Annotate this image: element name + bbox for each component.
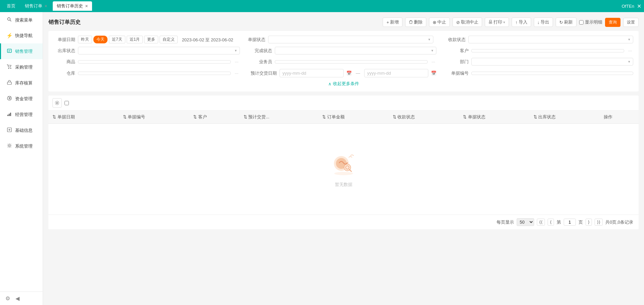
settings-button[interactable]: 设置 — [623, 18, 639, 27]
sidebar-bottom: ⚙ ◀ — [0, 292, 43, 305]
col-customer-sort: ⇅ — [193, 114, 198, 119]
department-select[interactable]: ▾ — [471, 58, 633, 66]
delivery-date-label: 预计交货日期 — [251, 70, 277, 76]
svg-point-23 — [334, 172, 353, 175]
delivery-date-to-cal[interactable]: 📅 — [431, 71, 436, 76]
top-bar-user[interactable]: OfTEn — [621, 4, 634, 9]
date-range-btns: 昨天 今天 近7天 近1月 更多 自定义 — [78, 36, 178, 43]
product-input[interactable] — [78, 60, 231, 64]
data-table: ⇅ 单据日期 ⇅ 单据编号 ⇅ 客户 ⇅ — [48, 111, 639, 215]
product-dotdot[interactable]: ··· — [233, 59, 240, 65]
delete-button[interactable]: 删除 — [405, 17, 426, 27]
col-out-status[interactable]: ⇅ 出库状态 — [529, 111, 600, 124]
sidebar-item-search-menu[interactable]: 搜索菜单 — [0, 12, 43, 28]
svg-point-22 — [56, 102, 58, 104]
show-detail-checkbox-label[interactable]: 显示明细 — [579, 19, 602, 25]
close-tab-sales-order-history[interactable]: ✕ — [85, 4, 88, 8]
col-customer[interactable]: ⇅ 客户 — [189, 111, 239, 124]
refresh-button[interactable]: ↻ 刷新 — [556, 17, 576, 27]
last-page-btn[interactable]: ⟩⟩ — [595, 219, 603, 226]
collapse-sidebar-icon[interactable]: ◀ — [15, 295, 19, 302]
col-delivery[interactable]: ⇅ 预计交货... — [240, 111, 318, 124]
close-window-icon[interactable]: ✕ — [637, 3, 641, 9]
show-detail-checkbox[interactable] — [579, 20, 584, 25]
quick-nav-icon: ⚡ — [6, 33, 12, 39]
delivery-date-from-cal[interactable]: 📅 — [346, 71, 352, 76]
export-button[interactable]: ↓ 导出 — [534, 17, 553, 27]
tab-home[interactable]: 首页 — [3, 1, 19, 11]
sidebar-item-purchase-mgmt[interactable]: 采购管理 — [0, 59, 43, 75]
filter-row-4: 仓库 ··· 预计交货日期 yyyy-mm-dd 📅 — yyyy-mm-dd … — [54, 69, 633, 77]
collapse-row[interactable]: ∧ 收起更多条件 — [54, 81, 633, 87]
stop-icon: ⊗ — [433, 20, 436, 25]
search-button[interactable]: 查询 — [605, 18, 620, 27]
current-page-input[interactable] — [564, 219, 576, 226]
filter-row-2: 出库状态 ▾ 完成状态 ▾ 客户 ··· — [54, 47, 633, 54]
date-btn-today[interactable]: 今天 — [93, 36, 108, 43]
order-status-select[interactable]: ▾ — [268, 36, 433, 43]
delivery-date-from[interactable]: yyyy-mm-dd — [280, 69, 344, 77]
sidebar-item-sales-mgmt[interactable]: 销售管理 — [0, 43, 43, 59]
cancel-stop-button[interactable]: ⊘ 取消中止 — [453, 17, 482, 27]
next-page-btn[interactable]: ⟩ — [586, 219, 592, 226]
delivery-date-to[interactable]: yyyy-mm-dd — [364, 69, 428, 77]
out-status-select[interactable]: ▾ — [78, 47, 240, 54]
receipt-status-select[interactable]: ▾ — [468, 36, 633, 43]
col-date-label: ⇅ — [52, 114, 57, 119]
filter-section-department: 部门 ▾ — [447, 58, 633, 66]
salesperson-input[interactable] — [275, 60, 428, 64]
first-page-btn[interactable]: ⟨⟨ — [537, 219, 545, 226]
stop-button[interactable]: ⊗ 中止 — [429, 17, 450, 27]
col-amount[interactable]: ⇅ 订单金额 — [318, 111, 389, 124]
close-tab-sales-order[interactable]: ✕ — [44, 4, 47, 8]
filter-section-order-no: 单据编号 — [447, 70, 633, 76]
date-btn-yesterday[interactable]: 昨天 — [78, 36, 92, 43]
prev-page-btn[interactable]: ⟨ — [548, 219, 554, 226]
date-btn-more[interactable]: 更多 — [144, 36, 158, 43]
warehouse-input[interactable] — [78, 72, 231, 75]
col-date[interactable]: ⇅ 单据日期 — [48, 111, 119, 124]
print-button[interactable]: 打印 ▾ — [485, 17, 509, 27]
new-button[interactable]: + 新增 — [383, 17, 402, 27]
select-all-checkbox[interactable] — [65, 101, 69, 105]
sidebar-label-system-mgmt: 系统管理 — [15, 143, 33, 149]
col-receipt-status[interactable]: ⇅ 收款状态 — [389, 111, 459, 124]
complete-status-select[interactable]: ▾ — [275, 47, 437, 54]
sidebar-item-system-mgmt[interactable]: 系统管理 — [0, 138, 43, 154]
salesperson-label: 业务员 — [251, 59, 272, 65]
tab-sales-order[interactable]: 销售订单 ✕ — [21, 1, 51, 11]
search-menu-icon — [6, 17, 12, 23]
col-order-status[interactable]: ⇅ 单据状态 — [459, 111, 529, 124]
date-btn-7days[interactable]: 近7天 — [109, 36, 125, 43]
sidebar-item-operations-mgmt[interactable]: 经营管理 — [0, 107, 43, 122]
sidebar-item-quick-nav[interactable]: ⚡ 快捷导航 — [0, 28, 43, 43]
customer-input[interactable] — [471, 49, 624, 52]
order-no-input[interactable] — [471, 72, 633, 75]
sidebar-label-operations-mgmt: 经营管理 — [15, 112, 33, 118]
new-icon: + — [386, 20, 389, 25]
date-btn-1month[interactable]: 近1月 — [127, 36, 143, 43]
page-header: 销售订单历史 + 新增 删除 ⊗ 中止 ⊘ 取消中 — [48, 17, 639, 27]
table-settings-gear[interactable] — [52, 98, 62, 108]
svg-line-1 — [10, 20, 11, 22]
empty-text: 暂无数据 — [335, 182, 352, 188]
sidebar-item-capital-mgmt[interactable]: ¥ 资金管理 — [0, 91, 43, 107]
col-no[interactable]: ⇅ 单据编号 — [119, 111, 189, 124]
filter-section-salesperson: 业务员 ··· — [251, 59, 437, 65]
sidebar-item-inventory[interactable]: 库存核算 — [0, 75, 43, 91]
customer-dotdot[interactable]: ··· — [627, 47, 633, 54]
col-amount-sort: ⇅ — [322, 114, 327, 119]
tab-sales-order-history[interactable]: 销售订单历史 ✕ — [53, 1, 92, 11]
page-size-select[interactable]: 50 10 20 100 — [517, 218, 534, 226]
salesperson-dotdot[interactable]: ··· — [430, 59, 437, 65]
date-btn-custom[interactable]: 自定义 — [160, 36, 178, 43]
filter-section-receipt-status: 收款状态 ▾ — [444, 36, 633, 43]
svg-rect-12 — [10, 113, 11, 116]
import-button[interactable]: ↑ 导入 — [512, 17, 531, 27]
svg-rect-2 — [7, 49, 11, 52]
receipt-status-label: 收款状态 — [444, 37, 466, 43]
warehouse-dotdot[interactable]: ··· — [233, 70, 240, 76]
sidebar-item-basic-info[interactable]: 基础信息 — [0, 122, 43, 138]
settings-icon[interactable]: ⚙ — [5, 295, 10, 302]
top-bar: 首页 销售订单 ✕ 销售订单历史 ✕ OfTEn ✕ — [0, 0, 644, 12]
